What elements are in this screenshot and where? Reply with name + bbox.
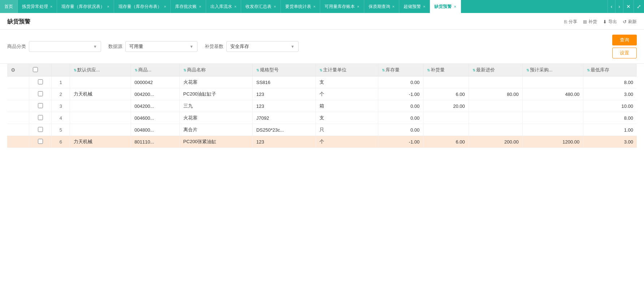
row-checkbox-5[interactable] — [38, 127, 43, 132]
col-settings[interactable]: ⚙ — [7, 64, 29, 76]
row-checkbox-cell[interactable] — [29, 76, 52, 88]
row-latest-price-3 — [469, 100, 522, 112]
row-name-3: 三九 — [179, 100, 252, 112]
col-latest-price[interactable]: ⇅最新进价 — [469, 64, 522, 76]
row-est-purchase-6: 1200.00 — [522, 136, 583, 148]
tab-close-available[interactable]: × — [357, 4, 359, 9]
category-select[interactable]: ▼ — [29, 41, 101, 52]
replenish-base-select[interactable]: 安全库存 ▼ — [226, 41, 299, 52]
page-title: 缺货预警 — [7, 18, 30, 26]
row-unit-3: 箱 — [316, 100, 378, 112]
tab-close-stock-dist[interactable]: × — [164, 4, 166, 9]
datasource-select[interactable]: 可用量 ▼ — [125, 41, 197, 52]
share-button[interactable]: ⎘ 分享 — [564, 19, 577, 25]
export-button[interactable]: ⬇ 导出 — [603, 19, 617, 25]
tab-overstock[interactable]: 超储预警 × — [399, 0, 430, 13]
row-min-stock-3: 10.00 — [583, 100, 637, 112]
col-name[interactable]: ⇅商品名称 — [179, 64, 252, 76]
row-checkbox-cell[interactable] — [29, 136, 52, 148]
tab-expiry[interactable]: 保质期查询 × — [364, 0, 399, 13]
row-checkbox-cell[interactable] — [29, 124, 52, 136]
tab-close-expiry[interactable]: × — [392, 4, 395, 9]
row-latest-price-5 — [469, 124, 522, 136]
tab-close-abnormal[interactable]: × — [50, 4, 52, 9]
row-code-5: 004800... — [131, 124, 179, 136]
col-replenish[interactable]: ⇅补货量 — [423, 64, 469, 76]
row-spec-6: 123 — [252, 136, 316, 148]
row-supplier-6: 力天机械 — [70, 136, 131, 148]
tab-nav-buttons: ‹ › ✕ ⤢ — [608, 0, 644, 13]
select-all-checkbox[interactable] — [33, 67, 38, 72]
col-min-stock[interactable]: ⇅最低库存 — [583, 64, 637, 76]
row-latest-price-4 — [469, 112, 522, 124]
col-stock[interactable]: ⇅库存量 — [378, 64, 423, 76]
shortage-table: ⚙ ⇅默认供应... ⇅商品... ⇅商品名称 ⇅规格型号 ⇅主计量单位 ⇅库存… — [7, 64, 637, 148]
tab-abnormal[interactable]: 拣货异常处理 × — [18, 0, 57, 13]
tab-close-batch[interactable]: × — [199, 4, 201, 9]
tab-collect[interactable]: 收发存汇总表 × — [241, 0, 280, 13]
row-checkbox-2[interactable] — [38, 91, 43, 96]
table-row: 2 力天机械 004200... PC200油缸缸子 123 个 -1.00 6… — [7, 88, 637, 100]
tab-prev-btn[interactable]: ‹ — [608, 0, 615, 13]
category-filter-group: 商品分类 ▼ — [7, 41, 101, 52]
datasource-filter-group: 数据源 可用量 ▼ — [108, 41, 197, 52]
row-checkbox-4[interactable] — [38, 115, 43, 120]
row-checkbox-cell[interactable] — [29, 100, 52, 112]
row-min-stock-2: 3.00 — [583, 88, 637, 100]
tab-close-current-btn[interactable]: ✕ — [623, 0, 634, 13]
query-button[interactable]: 查询 — [612, 35, 637, 45]
row-replenish-2: 6.00 — [423, 88, 469, 100]
row-unit-2: 个 — [316, 88, 378, 100]
row-name-4: 火花塞 — [179, 112, 252, 124]
row-spec-3: 123 — [252, 100, 316, 112]
page-header: 缺货预警 ⎘ 分享 ⊞ 补货 ⬇ 导出 ↺ 刷新 — [0, 13, 644, 30]
tab-shortage[interactable]: 缺货预警 × — [430, 0, 461, 13]
table-row: 1 0000042 火花塞 SS816 支 0.00 8.00 — [7, 76, 637, 88]
col-unit[interactable]: ⇅主计量单位 — [316, 64, 378, 76]
share-icon: ⎘ — [564, 19, 567, 25]
row-actions-cell — [7, 124, 29, 136]
row-actions-cell — [7, 100, 29, 112]
tab-fullscreen-btn[interactable]: ⤢ — [634, 0, 644, 13]
sort-latest-price-icon: ⇅ — [473, 68, 475, 72]
row-spec-4: J7092 — [252, 112, 316, 124]
replenish-base-select-text: 安全库存 — [230, 43, 289, 50]
col-spec[interactable]: ⇅规格型号 — [252, 64, 316, 76]
tab-bar: 首页 拣货异常处理 × 现存量（库存状况表） × 现存量（库存分布表） × 库存… — [0, 0, 644, 13]
row-latest-price-2: 80.00 — [469, 88, 522, 100]
tab-close-order-stat[interactable]: × — [313, 4, 316, 9]
tab-close-inout[interactable]: × — [234, 4, 236, 9]
tab-close-collect[interactable]: × — [274, 4, 276, 9]
row-replenish-4 — [423, 112, 469, 124]
refresh-button[interactable]: ↺ 刷新 — [623, 19, 637, 25]
tab-available[interactable]: 可用量库存账本 × — [320, 0, 364, 13]
replenish-icon: ⊞ — [583, 19, 587, 25]
tab-inout[interactable]: 出入库流水 × — [206, 0, 241, 13]
tab-close-overstock[interactable]: × — [423, 4, 425, 9]
replenish-button[interactable]: ⊞ 补货 — [583, 19, 597, 25]
row-name-6: PC200张紧油缸 — [179, 136, 252, 148]
col-est-purchase[interactable]: ⇅预计采购... — [522, 64, 583, 76]
col-supplier[interactable]: ⇅默认供应... — [70, 64, 131, 76]
row-checkbox-cell[interactable] — [29, 112, 52, 124]
row-checkbox-cell[interactable] — [29, 88, 52, 100]
tab-batch[interactable]: 库存批次账 × — [171, 0, 206, 13]
col-code[interactable]: ⇅商品... — [131, 64, 179, 76]
row-supplier-3 — [70, 100, 131, 112]
row-checkbox-6[interactable] — [38, 139, 43, 144]
row-checkbox-3[interactable] — [38, 103, 43, 108]
settings-gear-icon[interactable]: ⚙ — [11, 67, 16, 73]
row-replenish-1 — [423, 76, 469, 88]
tab-home[interactable]: 首页 — [0, 0, 18, 13]
tab-stock-status[interactable]: 现存量（库存状况表） × — [57, 0, 114, 13]
tab-next-btn[interactable]: › — [615, 0, 623, 13]
row-checkbox-1[interactable] — [38, 79, 43, 84]
tab-close-shortage[interactable]: × — [454, 4, 456, 9]
col-seq — [52, 64, 70, 76]
tab-order-stat[interactable]: 要货单统计表 × — [281, 0, 320, 13]
row-min-stock-5: 1.00 — [583, 124, 637, 136]
sort-unit-icon: ⇅ — [319, 68, 322, 72]
settings-button[interactable]: 设置 — [612, 48, 637, 58]
tab-stock-dist[interactable]: 现存量（库存分布表） × — [114, 0, 171, 13]
tab-close-stock-status[interactable]: × — [107, 4, 109, 9]
